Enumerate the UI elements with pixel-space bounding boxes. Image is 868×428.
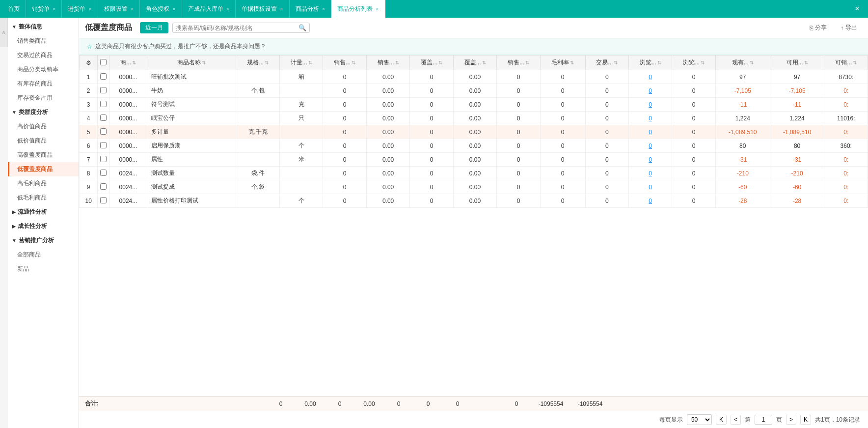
sort-icon[interactable]: ⇅: [438, 60, 442, 65]
col-coverage2[interactable]: 覆盖...⇅: [453, 56, 496, 70]
row-browse1-cell[interactable]: 0: [628, 167, 672, 180]
sidebar-item-category-turnover[interactable]: 商品分类动销率: [8, 62, 79, 77]
sidebar-item-low-margin[interactable]: 低毛利商品: [8, 191, 79, 205]
row-browse1-cell[interactable]: 0: [628, 125, 672, 139]
row-browse1-cell[interactable]: 0: [628, 84, 672, 98]
select-all-checkbox[interactable]: [100, 59, 107, 65]
row-checkbox-cell[interactable]: [98, 112, 109, 125]
nav-template-settings[interactable]: 单据模板设置 ×: [236, 0, 289, 18]
close-icon[interactable]: ×: [322, 6, 325, 12]
row-browse1-cell[interactable]: 0: [628, 112, 672, 125]
page-number-input[interactable]: [755, 415, 772, 425]
sort-icon[interactable]: ⇅: [701, 60, 705, 65]
row-checkbox-cell[interactable]: [98, 194, 109, 208]
sort-icon[interactable]: ⇅: [570, 60, 574, 65]
close-icon[interactable]: ×: [88, 6, 91, 12]
sidebar-item-high-value[interactable]: 高价值商品: [8, 119, 79, 134]
col-sales2[interactable]: 销售...⇅: [366, 56, 409, 70]
col-sales1[interactable]: 销售...⇅: [323, 56, 366, 70]
col-sales3[interactable]: 销售...⇅: [497, 56, 540, 70]
filter-recent-month-button[interactable]: 近一月: [140, 22, 168, 33]
row-checkbox-cell[interactable]: [98, 98, 109, 112]
nav-sales[interactable]: 销货单 ×: [26, 0, 62, 18]
sidebar-item-low-coverage[interactable]: 低覆盖度商品: [8, 162, 79, 176]
settings-icon[interactable]: ⚙: [86, 59, 91, 66]
nav-permissions[interactable]: 权限设置 ×: [98, 0, 140, 18]
row-checkbox-cell[interactable]: [98, 84, 109, 98]
close-icon[interactable]: ×: [172, 6, 175, 12]
row-checkbox[interactable]: [100, 183, 107, 190]
sidebar-item-all-goods[interactable]: 全部商品: [8, 248, 79, 262]
col-stock[interactable]: 现有...⇅: [715, 56, 770, 70]
nav-goods-analysis-list[interactable]: 商品分析列表 ×: [331, 0, 385, 18]
row-checkbox[interactable]: [100, 156, 107, 162]
row-browse1-cell[interactable]: 0: [628, 70, 672, 84]
close-icon[interactable]: ×: [131, 6, 134, 12]
nav-roles[interactable]: 角色授权 ×: [140, 0, 182, 18]
sort-icon[interactable]: ⇅: [132, 60, 136, 65]
row-checkbox[interactable]: [100, 87, 107, 93]
sidebar-collapse-button[interactable]: «: [0, 18, 8, 47]
col-browse2[interactable]: 浏览...⇅: [672, 56, 715, 70]
col-name[interactable]: 商品名称⇅: [147, 56, 236, 70]
first-page-button[interactable]: K: [716, 415, 727, 425]
col-checkbox[interactable]: [98, 56, 109, 70]
row-checkbox[interactable]: [100, 101, 107, 107]
row-browse1-cell[interactable]: 0: [628, 139, 672, 153]
row-checkbox-cell[interactable]: [98, 180, 109, 194]
sort-icon[interactable]: ⇅: [525, 60, 529, 65]
close-all-button[interactable]: ×: [848, 0, 866, 18]
col-available[interactable]: 可用...⇅: [770, 56, 824, 70]
sidebar-item-sales-goods[interactable]: 销售类商品: [8, 34, 79, 48]
row-checkbox[interactable]: [100, 197, 107, 203]
sort-icon[interactable]: ⇅: [308, 60, 312, 65]
close-icon[interactable]: ×: [226, 6, 229, 12]
row-browse1-cell[interactable]: 0: [628, 98, 672, 112]
sidebar-group-marketing[interactable]: ▼ 营销推广分析: [8, 233, 79, 248]
sort-icon[interactable]: ⇅: [614, 60, 618, 65]
col-code[interactable]: 商...⇅: [109, 56, 147, 70]
col-sellable[interactable]: 可销...⇅: [824, 56, 868, 70]
search-icon[interactable]: 🔍: [298, 24, 306, 31]
nav-purchase[interactable]: 进货单 ×: [62, 0, 98, 18]
sort-icon[interactable]: ⇅: [657, 60, 661, 65]
sidebar-group-liquidity[interactable]: ▶ 流通性分析: [8, 205, 79, 219]
col-spec[interactable]: 规格...⇅: [236, 56, 279, 70]
nav-product-in[interactable]: 产成品入库单 ×: [182, 0, 236, 18]
sort-icon[interactable]: ⇅: [265, 60, 269, 65]
row-checkbox[interactable]: [100, 142, 107, 148]
prev-page-button[interactable]: <: [731, 415, 741, 425]
sidebar-item-stocked-goods[interactable]: 有库存的商品: [8, 77, 79, 91]
row-checkbox[interactable]: [100, 114, 107, 121]
row-checkbox-cell[interactable]: [98, 167, 109, 180]
share-button[interactable]: ⎘ 分享: [805, 22, 832, 34]
sidebar-group-growth[interactable]: ▶ 成长性分析: [8, 219, 79, 233]
nav-goods-analysis[interactable]: 商品分析 ×: [290, 0, 331, 18]
sidebar-item-traded-goods[interactable]: 交易过的商品: [8, 48, 79, 62]
row-checkbox[interactable]: [100, 170, 107, 176]
close-icon[interactable]: ×: [53, 6, 55, 12]
col-unit[interactable]: 计量...⇅: [279, 56, 323, 70]
sidebar-item-new-goods[interactable]: 新品: [8, 262, 79, 276]
sidebar-group-overall[interactable]: ▼ 整体信息: [8, 20, 79, 34]
sidebar-item-high-coverage[interactable]: 高覆盖度商品: [8, 148, 79, 162]
row-checkbox[interactable]: [100, 73, 107, 80]
sort-icon[interactable]: ⇅: [482, 60, 486, 65]
search-input[interactable]: [176, 25, 298, 31]
nav-home[interactable]: 首页: [2, 0, 26, 18]
export-button[interactable]: ↑ 导出: [836, 22, 862, 34]
col-coverage1[interactable]: 覆盖...⇅: [410, 56, 453, 70]
next-page-button[interactable]: >: [786, 415, 796, 425]
sort-icon[interactable]: ⇅: [352, 60, 355, 65]
close-icon[interactable]: ×: [376, 6, 379, 12]
row-browse1-cell[interactable]: 0: [628, 194, 672, 208]
row-checkbox-cell[interactable]: [98, 139, 109, 153]
col-browse1[interactable]: 浏览...⇅: [628, 56, 672, 70]
sort-icon[interactable]: ⇅: [202, 60, 206, 65]
col-trade[interactable]: 交易...⇅: [585, 56, 628, 70]
per-page-select[interactable]: 50 20 100 200: [687, 414, 712, 425]
sidebar-item-stock-capital[interactable]: 库存资金占用: [8, 91, 79, 105]
row-checkbox-cell[interactable]: [98, 125, 109, 139]
row-checkbox-cell[interactable]: [98, 70, 109, 84]
row-checkbox-cell[interactable]: [98, 153, 109, 167]
